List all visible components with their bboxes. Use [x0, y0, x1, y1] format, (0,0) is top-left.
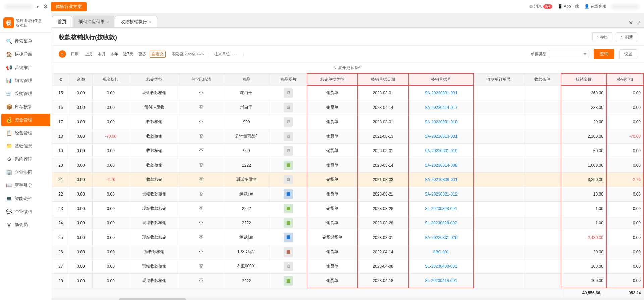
window-maximize-icon[interactable]: ⤢ [636, 19, 641, 26]
cell-bill-no[interactable]: SA-20230414-017 [409, 100, 474, 115]
cell-cash-discount: 0.00 [93, 245, 129, 259]
date-opt-7days[interactable]: 近7天 [122, 51, 135, 58]
th-gear[interactable]: ⚙ [52, 73, 69, 86]
date-opt-this-year[interactable]: 本年 [109, 51, 120, 58]
cell-write-off-amount: 2,100.00 [561, 129, 606, 143]
cell-write-off-discount: 0.00 [606, 115, 644, 129]
online-service[interactable]: 👤 在线客服 [584, 4, 606, 9]
sidebar-item-wechat[interactable]: 💬 企业微信 [1, 205, 50, 218]
query-button[interactable]: 查询 [594, 49, 614, 59]
message-area[interactable]: ✉ 消息 99+ [529, 4, 552, 9]
cell-write-off-type: 收款核销 [129, 143, 179, 158]
tab-receipts-close[interactable]: × [149, 20, 151, 24]
industry-btn[interactable]: 体验行业方案 [51, 2, 87, 11]
main-content: 首页 预付冲应付单 × 收款核销执行 × ✕ ⤢ 收款核销执行(按收款) ↑ 导… [52, 13, 644, 300]
sidebar-logo: 畅 畅捷通谱好生意标准版 [0, 13, 52, 33]
cell-cash-discount: 0.00 [93, 115, 129, 129]
cell-receipt-order-no [474, 230, 524, 245]
sidebar-item-quick-nav[interactable]: 🏠 快捷导航 [1, 48, 50, 61]
date-opt-custom[interactable]: 自定义 [150, 51, 166, 58]
date-opt-this-month[interactable]: 本月 [96, 51, 107, 58]
table-container: ⚙ 余额 现金折扣 核销类型 包含已结清 商品 商品图片 核销单据类型 核销单据… [52, 73, 644, 300]
cell-bill-no[interactable]: ABC-001 [409, 245, 474, 259]
cell-no: 19 [52, 143, 69, 158]
user-info-blurred [612, 4, 639, 9]
cell-bill-no[interactable]: SA-20230314-008 [409, 158, 474, 172]
scrollbar-thumb[interactable] [119, 298, 186, 300]
cell-balance: 0.00 [69, 201, 93, 216]
sidebar-item-inventory[interactable]: 📦 库存核算 [1, 100, 50, 113]
window-close-icon[interactable]: ✕ [629, 19, 633, 26]
app-download[interactable]: 📱 App下载 [558, 4, 579, 9]
cell-write-off-type: 预付冲应收 [129, 100, 179, 115]
tab-prepay[interactable]: 预付冲应付单 × [73, 16, 114, 27]
sidebar-item-search[interactable]: 🔍 搜索菜单 [1, 35, 50, 48]
sidebar-item-enterprise[interactable]: 🏢 企业协同 [1, 166, 50, 179]
sidebar-item-member[interactable]: V 畅会员 [1, 218, 50, 231]
cell-bill-no[interactable]: SL-20230418-001 [409, 273, 474, 288]
horizontal-scrollbar[interactable] [52, 298, 644, 300]
sidebar-item-guide[interactable]: 📖 新手引导 [1, 179, 50, 192]
filter-expand-button[interactable]: » [59, 50, 66, 58]
table-row: 24 0.00 0.00 现结收款核销 否 2222 🟩 销货单 2023-03… [52, 216, 644, 230]
sidebar-item-purchase[interactable]: 🛒 采购管理 [1, 87, 50, 100]
refresh-button[interactable]: ↻ 刷新 [616, 32, 637, 42]
dropdown-arrow[interactable]: ▼ [36, 4, 40, 9]
cell-write-off-amount: -2,430.00 [561, 230, 606, 245]
cell-bill-type: 销货单 [307, 172, 358, 187]
cell-bill-no[interactable]: SA-20230301-001 [409, 86, 474, 100]
cell-bill-no[interactable]: SA-20230301-010 [409, 143, 474, 158]
sidebar-item-system[interactable]: ⚙ 系统管理 [1, 153, 50, 166]
export-button[interactable]: ↑ 导出 [592, 32, 612, 42]
unit-input-dots[interactable]: ··· [232, 52, 238, 57]
cell-write-off-amount: 20.00 [561, 245, 606, 259]
cell-bill-no[interactable]: SL-20230328-002 [409, 216, 474, 230]
table-row: 17 0.00 0.00 收款核销 否 999 🖼 销货单 2023-03-01… [52, 115, 644, 129]
cell-bill-no[interactable]: SA-20230301-010 [409, 115, 474, 129]
sidebar-item-operation[interactable]: 📋 经营管理 [1, 127, 50, 139]
cell-bill-no[interactable]: SA-20210813-001 [409, 129, 474, 143]
cell-bill-no[interactable]: SL-20230408-001 [409, 259, 474, 273]
settings-icon[interactable]: ⚙ [43, 3, 48, 10]
table-row: 23 0.00 0.00 现结收款核销 否 2222 🟩 销货单 2023-03… [52, 201, 644, 216]
cell-goods-img: 🖼 [270, 86, 307, 100]
inventory-icon: 📦 [6, 104, 12, 110]
expand-more-button[interactable]: ∨ 展开更多条件 [334, 65, 362, 71]
sidebar-item-label: 企业协同 [15, 169, 32, 175]
cell-no: 15 [52, 86, 69, 100]
cell-bill-type: 销货单 [307, 273, 358, 288]
table-row: 27 0.00 0.00 现结收款核销 否 衣服00001 🖼 销货单 2023… [52, 259, 644, 273]
cell-goods-img: 🟩 [270, 216, 307, 230]
cell-goods-img: 🖼 [270, 143, 307, 158]
type-filter: 单据类型 [249, 50, 589, 58]
cell-no: 26 [52, 245, 69, 259]
cell-balance: 0.00 [69, 216, 93, 230]
type-select[interactable] [549, 50, 589, 58]
date-opt-last-month[interactable]: 上月 [84, 51, 94, 58]
sidebar-item-finance[interactable]: 💰 资金管理 [1, 114, 50, 126]
tab-receipts-label: 收款核销执行 [121, 19, 147, 25]
sidebar-item-basic-info[interactable]: 📁 基础信息 [1, 140, 50, 153]
sidebar-item-sales[interactable]: 📊 销售管理 [1, 74, 50, 87]
table-row: 28 0.00 0.00 现结收款核销 否 2222 🟩 销货单 2023-04… [52, 273, 644, 288]
sidebar-item-marketing[interactable]: 📢 营销推广 [1, 61, 50, 74]
cell-receipt-order-no [474, 129, 524, 143]
cell-bill-no[interactable]: SA-20230331-026 [409, 230, 474, 245]
export-icon: ↑ [597, 35, 599, 40]
cell-bill-no[interactable]: SA-20210808-001 [409, 172, 474, 187]
tab-home[interactable]: 首页 [52, 16, 72, 27]
cell-bill-date: 2023-03-01 [358, 86, 408, 100]
sidebar-item-smart-hw[interactable]: 💻 智能硬件 [1, 192, 50, 205]
tab-receipts[interactable]: 收款核销执行 × [115, 16, 157, 27]
sidebar-item-label: 资金管理 [15, 117, 32, 123]
date-opt-more[interactable]: 更多 [137, 51, 148, 58]
column-settings-icon[interactable]: ⚙ [59, 77, 63, 82]
cell-bill-type: 销货单 [307, 201, 358, 216]
cell-balance: 0.00 [69, 245, 93, 259]
tab-prepay-close[interactable]: × [107, 20, 109, 24]
settings-button[interactable]: 设置 [619, 49, 637, 59]
cell-receipt-condition [524, 273, 561, 288]
cell-bill-no[interactable]: SL-20230328-001 [409, 201, 474, 216]
table-row: 25 0.00 0.00 现结收款核销 否 测试jun 🟦 销货退货单 2023… [52, 230, 644, 245]
cell-bill-no[interactable]: SA-20230321-012 [409, 187, 474, 201]
